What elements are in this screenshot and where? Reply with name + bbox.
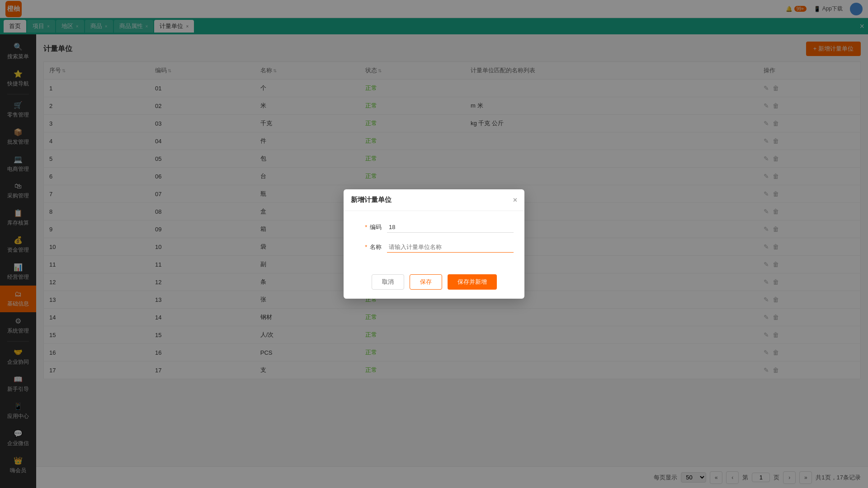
form-row-code: * 编码: [354, 222, 514, 233]
modal-header: 新增计量单位 ×: [344, 189, 524, 211]
name-label: * 名称: [354, 243, 382, 251]
name-label-text: 名称: [370, 244, 382, 250]
cancel-button[interactable]: 取消: [372, 274, 404, 290]
code-label: * 编码: [354, 223, 382, 231]
modal-overlay[interactable]: 新增计量单位 × * 编码 * 名称 取消 保存 保存并新增: [0, 0, 868, 488]
modal-title: 新增计量单位: [351, 196, 392, 204]
modal-body: * 编码 * 名称: [344, 211, 524, 269]
code-input[interactable]: [387, 222, 514, 233]
save-button[interactable]: 保存: [410, 274, 442, 290]
save-and-new-button[interactable]: 保存并新增: [448, 274, 497, 290]
code-required-mark: *: [365, 224, 367, 230]
code-label-text: 编码: [370, 224, 382, 230]
name-input[interactable]: [387, 242, 514, 253]
modal-close-btn[interactable]: ×: [513, 196, 517, 204]
add-unit-modal: 新增计量单位 × * 编码 * 名称 取消 保存 保存并新增: [344, 189, 524, 299]
form-row-name: * 名称: [354, 242, 514, 253]
modal-footer: 取消 保存 保存并新增: [344, 269, 524, 299]
name-required-mark: *: [365, 244, 367, 250]
